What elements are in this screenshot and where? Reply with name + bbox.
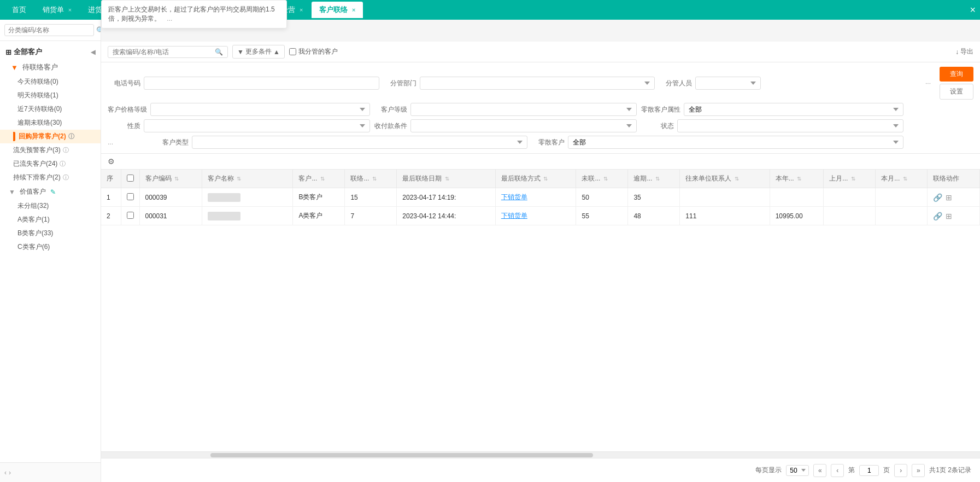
sort-icon-year[interactable]: ⇅ — [797, 176, 801, 182]
sort-icon-unlisted[interactable]: ⇅ — [603, 176, 608, 182]
status-wrap — [677, 119, 903, 132]
sidebar-item-already-lost[interactable]: 已流失客户(24) ⓘ — [0, 157, 101, 171]
sort-icon-month[interactable]: ⇅ — [903, 176, 907, 182]
filter-dots[interactable]: ... — [108, 138, 113, 146]
sidebar-item-lost-warning[interactable]: 流失预警客户(3) ⓘ — [0, 143, 101, 157]
row-checkbox-1[interactable] — [127, 193, 134, 200]
method-link-1[interactable]: 下销货单 — [501, 193, 527, 201]
continuous-down-info-icon[interactable]: ⓘ — [63, 173, 69, 182]
filter-field-retail-customer: 零散客户 全部 — [532, 136, 903, 149]
action-grid-icon-1[interactable]: ⊞ — [946, 193, 952, 202]
sort-icon-code[interactable]: ⇅ — [174, 176, 179, 182]
sidebar-item-7days[interactable]: 近7天待联络(0) — [0, 102, 101, 116]
sort-icon-unit[interactable]: ⇅ — [735, 176, 739, 182]
more-filter-button[interactable]: ▼ 更多条件 ▲ — [232, 45, 285, 59]
action-link-icon-2[interactable]: 🔗 — [933, 212, 942, 220]
sort-icon-type[interactable]: ⇅ — [320, 176, 325, 182]
scrollbar-thumb[interactable] — [210, 453, 593, 457]
sidebar-item-class-c[interactable]: C类客户(6) — [0, 240, 101, 254]
value-customer-label: 价值客户 — [20, 187, 46, 196]
sidebar-item-repurchase-abnormal[interactable]: 回购异常客户(2) ⓘ — [0, 130, 101, 143]
value-customer-edit-icon[interactable]: ✎ — [50, 188, 56, 196]
status-select[interactable] — [677, 119, 903, 132]
nav-tab-sales-close[interactable]: × — [68, 7, 72, 13]
filter-form: 电话号码 分管部门 分管人员 ··· 查询 — [101, 62, 980, 154]
customer-level-wrap — [410, 103, 637, 116]
query-button[interactable]: 查询 — [940, 67, 973, 82]
last-page-btn[interactable]: » — [912, 464, 925, 477]
action-icons-2: 🔗 ⊞ — [933, 212, 974, 220]
sidebar-item-overdue[interactable]: 逾期未联络(30) — [0, 116, 101, 130]
prev-page-btn[interactable]: ‹ — [831, 464, 844, 477]
first-page-btn[interactable]: « — [813, 464, 826, 477]
sidebar-item-tomorrow[interactable]: 明天待联络(1) — [0, 89, 101, 102]
method-link-2[interactable]: 下销货单 — [501, 212, 527, 219]
my-customers-checkbox[interactable] — [289, 48, 296, 55]
action-link-icon-1[interactable]: 🔗 — [933, 193, 942, 202]
payment-select[interactable] — [410, 119, 637, 132]
dept-select[interactable] — [420, 77, 655, 90]
filter-chevron: ▲ — [273, 48, 280, 56]
sidebar-item-continuous-down[interactable]: 持续下滑客户(2) ⓘ — [0, 171, 101, 184]
sidebar-all-customers[interactable]: ⊞ 全部客户 ◀ — [0, 44, 101, 60]
customer-type-select[interactable] — [192, 136, 527, 149]
sidebar-bottom-arrow-left[interactable]: ‹ — [4, 469, 7, 477]
retail-attr-label: 零散客户属性 — [641, 105, 680, 114]
sidebar-bottom-arrow-right[interactable]: › — [9, 469, 11, 477]
setting-button[interactable]: 设置 — [940, 84, 973, 100]
person-select[interactable] — [695, 77, 761, 90]
page-size-select[interactable]: 50 — [786, 465, 809, 476]
sort-icon-name[interactable]: ⇅ — [237, 176, 241, 182]
nav-tab-home[interactable]: 首页 — [4, 2, 34, 18]
person-more-icon[interactable]: ··· — [925, 79, 931, 87]
page-input[interactable] — [859, 465, 879, 476]
search-input[interactable] — [113, 48, 213, 56]
sidebar-item-today[interactable]: 今天待联络(0) — [0, 75, 101, 89]
already-lost-info-icon[interactable]: ⓘ — [60, 160, 66, 168]
sort-icon-method[interactable]: ⇅ — [543, 176, 548, 182]
retail-customer-select[interactable]: 全部 — [568, 136, 903, 149]
sort-icon-lmonth[interactable]: ⇅ — [851, 176, 855, 182]
filter-field-customer-level: 客户等级 — [374, 103, 637, 116]
my-customers-checkbox-area[interactable]: 我分管的客户 — [289, 47, 338, 56]
nav-tab-sales[interactable]: 销货单 × — [35, 2, 79, 18]
sidebar-item-ungrouped[interactable]: 未分组(32) — [0, 199, 101, 213]
retail-attr-select[interactable]: 全部 — [684, 103, 903, 116]
sidebar-search-icon[interactable]: 🔍 — [96, 26, 101, 34]
sort-icon-overdue[interactable]: ⇅ — [655, 176, 660, 182]
nav-tab-customer-tier-close[interactable]: × — [300, 7, 303, 13]
close-all-tabs[interactable]: × — [970, 4, 976, 16]
action-grid-icon-2[interactable]: ⊞ — [946, 212, 952, 220]
sort-icon-contact[interactable]: ⇅ — [372, 176, 377, 182]
lost-warning-info-icon[interactable]: ⓘ — [63, 146, 69, 154]
table-settings-icon[interactable]: ⚙ — [108, 157, 115, 166]
tooltip-close[interactable]: ... — [167, 20, 172, 22]
gender-select[interactable] — [144, 119, 370, 132]
filter-field-dept: 分管部门 — [384, 77, 655, 90]
sidebar-pending-contact-group[interactable]: ▼ 待联络客户 — [0, 60, 101, 75]
sidebar-search-input[interactable] — [4, 24, 94, 36]
customer-level-select[interactable] — [410, 103, 637, 116]
next-page-btn[interactable]: › — [894, 464, 907, 477]
export-button[interactable]: ↓ 导出 — [955, 47, 973, 56]
row-checkbox-2[interactable] — [127, 212, 134, 219]
nav-tab-customer-contact-close[interactable]: × — [352, 7, 355, 13]
select-all-checkbox[interactable] — [127, 175, 134, 182]
cell-actions-2: 🔗 ⊞ — [928, 207, 980, 225]
filter-bar: 🔍 ▼ 更多条件 ▲ 我分管的客户 ↓ 导出 — [101, 42, 980, 62]
sidebar-value-customer-group[interactable]: ▼ 价值客户 ✎ — [0, 184, 101, 199]
phone-input[interactable] — [144, 77, 379, 90]
sidebar-item-class-a[interactable]: A类客户(1) — [0, 213, 101, 227]
sidebar-item-class-b[interactable]: B类客户(33) — [0, 227, 101, 240]
col-last-date: 最后联络日期 ⇅ — [397, 170, 496, 188]
filter-row-4: ... 客户类型 零散客户 全部 — [108, 136, 973, 149]
sort-icon-date[interactable]: ⇅ — [445, 176, 449, 182]
sidebar-collapse-btn[interactable]: ◀ — [91, 49, 95, 56]
search-icon[interactable]: 🔍 — [215, 48, 223, 56]
price-level-select[interactable] — [150, 103, 370, 116]
nav-tab-customer-contact[interactable]: 客户联络 × — [312, 2, 363, 18]
horizontal-scrollbar[interactable] — [101, 451, 980, 458]
cell-contact-1: 15 — [345, 188, 397, 207]
repurchase-abnormal-info-icon[interactable]: ⓘ — [68, 132, 74, 141]
filter-field-phone: 电话号码 — [108, 77, 379, 90]
